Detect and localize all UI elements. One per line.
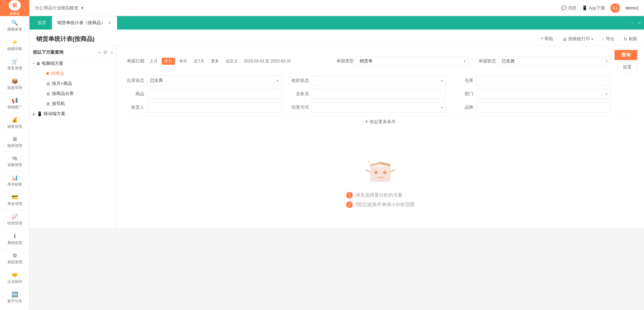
product-control[interactable]: ··· (147, 89, 281, 99)
avatar[interactable]: Ea (610, 3, 620, 13)
add-scheme-icon[interactable]: + (98, 50, 101, 55)
sidebar-item-ecommerce[interactable]: 🖥 电商管理 (0, 133, 29, 152)
export-btn[interactable]: ↑ 导出 (602, 36, 614, 42)
sidebar-label-finance: 资金管理 (7, 201, 22, 206)
topbar-left: 办公用品行业模拟账套 ▾ (35, 5, 84, 11)
filter-item-department: 部门 ▾ (452, 89, 610, 99)
refresh-btn[interactable]: ↻ 刷新 (624, 36, 637, 42)
sidebar-item-marketing[interactable]: 📢 营销推广 (0, 94, 29, 113)
date-tab-more[interactable]: 更多 (208, 58, 222, 65)
sidebar-item-operation[interactable]: 📈 经营管理 (0, 210, 29, 229)
sidebar-label-basic: 基础信息 (7, 240, 22, 245)
settings-scheme-icon[interactable]: ⚙ (103, 50, 108, 55)
tree-item-by-product[interactable]: 按商品 (40, 68, 116, 79)
filter-item-salesperson: 业务员 ··· (288, 89, 446, 99)
logo[interactable]: 畅 标账版 (0, 0, 29, 16)
sidebar-item-wholesale[interactable]: 📦 批发管理 (0, 74, 29, 94)
doctype-label: 单据类型 (333, 58, 357, 64)
topbar: 办公用品行业模拟账套 ▾ 💬 消息 📱 App下载 Ea demo2 (30, 0, 644, 16)
left-panel-title: 按以下方案查询 (33, 49, 63, 55)
warehouse-control[interactable]: ··· (476, 75, 610, 86)
grid-icon-2: ▦ (46, 91, 50, 96)
tree-item-by-category[interactable]: ▦ 按商品分类 (40, 89, 116, 99)
receiptstatus-control[interactable]: ▾ (312, 75, 446, 86)
tree-item-by-month-product[interactable]: ▦ 按月+商品 (40, 79, 116, 89)
filter-item-consignee: 收货人 ··· (123, 102, 281, 112)
tabbar: 首页 销货单统计表（按商品） ✕ － ⤢ (30, 16, 644, 30)
tab-home-label: 首页 (38, 20, 46, 26)
svg-point-1 (374, 171, 378, 174)
tab-maximize-icon[interactable]: ⤢ (637, 20, 641, 25)
date-tab-this-month[interactable]: 本月 (162, 58, 175, 65)
sidebar-item-system[interactable]: ⚙ 系统管理 (0, 249, 29, 268)
department-control[interactable]: ▾ (476, 89, 610, 99)
logo-text: 标账版 (10, 11, 20, 16)
collapse-row[interactable]: ∧ 收起更多条件 (123, 116, 637, 127)
sidebar-label-retail: 零售管理 (7, 66, 22, 71)
sidebar-item-finance[interactable]: 💳 资金管理 (0, 191, 29, 210)
tree-label-by-category: 按商品分类 (52, 91, 74, 97)
sidebar-item-basic[interactable]: ℹ 基础信息 (0, 229, 29, 249)
date-tab-this-year[interactable]: 本年 (176, 58, 190, 65)
export-label: 导出 (606, 36, 614, 42)
print-label: 按模板打印 (568, 36, 590, 42)
filter-item-outstatus: 出库状态 已出库 ▾ (123, 75, 281, 86)
sidebar-item-guide[interactable]: 🆕 新手引导 (0, 288, 29, 307)
sidebar-item-sales[interactable]: 💰 销售管理 (0, 113, 29, 133)
tree-section-mobile[interactable]: ▶ 📱 移动端方案 (30, 109, 116, 119)
section-label-mobile: 移动端方案 (44, 111, 65, 117)
wholesale-icon: 📦 (11, 78, 18, 84)
tree-item-by-cashier[interactable]: ▦ 按司机 (40, 99, 116, 109)
collapse-panel-icon[interactable]: « (110, 50, 113, 55)
consignee-dots: ··· (275, 106, 278, 109)
sidebar-item-search[interactable]: 🔍 搜索菜单 (0, 16, 29, 36)
app-download-btn[interactable]: 📱 App下载 (582, 5, 605, 11)
topbar-dropdown[interactable]: ▾ (81, 5, 84, 10)
tree-section-pc[interactable]: ▾ 🖥 电脑端方案 (30, 58, 116, 68)
sidebar-item-apps[interactable]: 🔧 应用中心 (0, 307, 29, 310)
sidebar-nav: 🔍 搜索菜单 ⚡ 快捷导航 🛒 零售管理 📦 批发管理 📢 营销推广 💰 销售管… (0, 16, 29, 310)
date-label: 单据日期 (123, 58, 147, 64)
message-btn[interactable]: 💬 消息 (561, 5, 577, 11)
sidebar-label-guide: 新手引导 (7, 299, 22, 304)
svg-point-5 (368, 161, 370, 163)
filter-section: 销货单统计表(按商品) ? 帮助 | 🖨 按模板打印 ▾ | ↑ (30, 30, 644, 228)
salesperson-label: 业务员 (288, 91, 312, 97)
outstatus-control[interactable]: 已出库 ▾ (147, 75, 281, 86)
search-icon: 🔍 (11, 19, 18, 26)
avatar-text: Ea (613, 6, 618, 10)
sidebar-item-enterprise[interactable]: 🤝 企业协同 (0, 268, 29, 288)
brand-control[interactable]: ··· (476, 102, 610, 112)
date-tab-last-month[interactable]: 上月 (147, 58, 160, 65)
outstatus-label: 出库状态 (123, 78, 147, 84)
date-tab-last7days[interactable]: 近7天 (191, 58, 207, 65)
svg-point-2 (383, 171, 386, 174)
tab-report-label: 销货单统计表（按商品） (57, 20, 105, 26)
tip-num-1: 1 (346, 192, 353, 199)
help-btn[interactable]: ? 帮助 (541, 36, 553, 42)
salesperson-control[interactable]: ··· (312, 89, 446, 99)
doctype-control[interactable]: 销货单 ▾ (357, 56, 468, 66)
settings-button[interactable]: 设置 (617, 62, 637, 72)
sidebar-item-retail[interactable]: 🛒 零售管理 (0, 55, 29, 74)
doctype-value: 销货单 (360, 58, 373, 64)
docstatus-label: 单据状态 (475, 58, 499, 64)
tab-close-icon[interactable]: ✕ (108, 20, 111, 25)
app-download-label: App下载 (589, 5, 605, 11)
consignee-control[interactable]: ··· (147, 102, 281, 112)
docstatus-control[interactable]: 已生效 ▾ (499, 56, 610, 66)
tab-home[interactable]: 首页 (32, 16, 52, 30)
collapse-arrow: ∧ (365, 119, 368, 125)
payment-control[interactable]: ▾ (312, 102, 446, 112)
sidebar-item-purchase[interactable]: 🛍 采购管理 (0, 152, 29, 171)
tab-minimize-icon[interactable]: － (630, 20, 635, 26)
tab-report[interactable]: 销货单统计表（按商品） ✕ (52, 16, 117, 30)
query-button[interactable]: 查询 (614, 50, 637, 60)
date-tab-custom[interactable]: 自定义 (223, 58, 240, 65)
filter-row-1: 单据日期 上月 本月 本年 近7天 更多 自定义 (123, 50, 637, 72)
print-btn[interactable]: 🖨 按模板打印 ▾ (562, 36, 593, 42)
sidebar-item-inventory[interactable]: 📊 库存核算 (0, 171, 29, 191)
system-icon: ⚙ (12, 252, 17, 259)
sidebar-item-nav[interactable]: ⚡ 快捷导航 (0, 36, 29, 55)
page-title: 销货单统计表(按商品) (36, 35, 95, 43)
